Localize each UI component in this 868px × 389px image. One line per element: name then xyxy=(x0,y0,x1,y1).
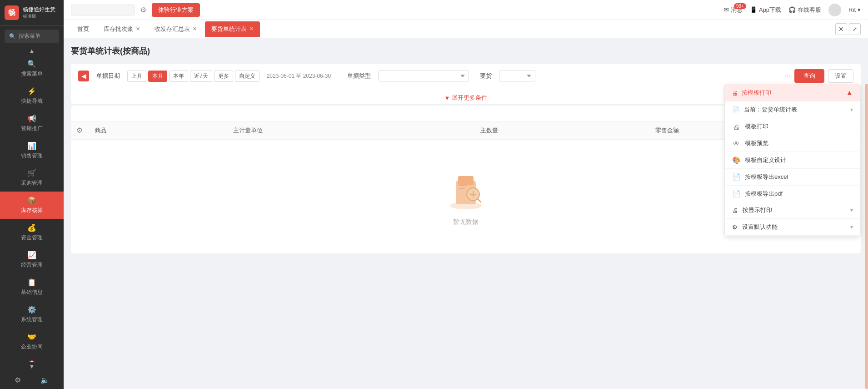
sidebar-item-purchase[interactable]: 🛒采购管理 xyxy=(0,164,64,192)
dropdown-item-export-pdf[interactable]: 📄按模板导出pdf xyxy=(725,186,860,202)
topbar-gear-icon[interactable]: ⚙ xyxy=(140,5,146,14)
display-print-icon: 🖨 xyxy=(732,207,738,214)
date-btn-更多[interactable]: 更多 xyxy=(214,71,233,82)
tab-要货单统计表[interactable]: 要货单统计表✕ xyxy=(205,21,260,37)
dropdown-item-template-design[interactable]: 🎨模板自定义设计 xyxy=(725,152,860,169)
online-service-button[interactable]: 🎧 在线客服 xyxy=(788,6,821,14)
sidebar-label-inventory: 库存核算 xyxy=(21,207,43,214)
user-name[interactable]: Rit ▾ xyxy=(848,6,861,13)
sidebar-item-finance[interactable]: 💰资金管理 xyxy=(0,219,64,246)
scroll-down-button[interactable]: ▼ xyxy=(0,362,64,371)
message-icon: ✉ xyxy=(724,6,729,13)
operations-icon: 📈 xyxy=(27,251,36,259)
yaohuodan-label: 要货 xyxy=(480,72,492,80)
more-options-icon[interactable]: ··· xyxy=(785,72,791,80)
column-settings-icon[interactable]: ⚙ xyxy=(76,126,83,134)
sidebar-nav: 🔍搜索菜单⚡快捷导航📢营销推广📊销售管理🛒采购管理📦库存核算💰资金管理📈经营管理… xyxy=(0,55,64,362)
system-icon: ⚙️ xyxy=(27,305,36,314)
current-template-icon: 📄 xyxy=(732,106,739,113)
date-label: 单据日期 xyxy=(96,72,120,80)
sidebar-label-operations: 经营管理 xyxy=(21,261,43,269)
app-download-button[interactable]: 📱 App下载 xyxy=(750,6,781,14)
dropdown-group-set-default[interactable]: ⚙设置默认功能▾ xyxy=(725,219,860,236)
user-avatar[interactable] xyxy=(828,4,841,16)
svg-rect-7 xyxy=(459,185,467,186)
tab-close-icon[interactable]: ✕ xyxy=(193,26,197,32)
yaohuodan-select[interactable] xyxy=(499,71,535,81)
dropdown-current-left: 📄 当前：要货单统计表 xyxy=(732,106,797,114)
search-icon: 🔍 xyxy=(9,33,16,40)
sidebar-item-collab[interactable]: 🤝企业协同 xyxy=(0,328,64,355)
tab-收发存汇总表[interactable]: 收发存汇总表✕ xyxy=(148,21,203,37)
dropdown-group-display-print[interactable]: 🖨按显示打印▾ xyxy=(725,202,860,219)
sidebar-logo: 畅 畅捷通好生意 标准版 xyxy=(0,0,64,26)
sidebar-item-system[interactable]: ⚙️系统管理 xyxy=(0,301,64,328)
date-buttons-group: 上月本月本年近7天更多自定义 xyxy=(127,71,259,82)
scroll-up-button[interactable]: ▲ xyxy=(0,46,64,55)
dropdown-header[interactable]: 🖨 按模板打印 ▲ xyxy=(725,84,860,101)
yaohuodan-select-wrapper xyxy=(499,71,535,81)
expand-tabs-button[interactable]: ⤢ xyxy=(849,23,861,35)
search-menu-button[interactable]: 🔍 搜索菜单 xyxy=(5,30,59,43)
volume-icon[interactable]: 🔈 xyxy=(40,376,50,384)
message-button[interactable]: ✉ 消息 99+ xyxy=(724,6,743,14)
service-icon: 🎧 xyxy=(788,6,796,13)
date-btn-本月[interactable]: 本月 xyxy=(148,71,167,82)
tab-库存批次账[interactable]: 库存批次账✕ xyxy=(97,21,146,37)
expand-conditions-button[interactable]: ▼ 展开更多条件 xyxy=(441,92,491,104)
date-btn-自定义[interactable]: 自定义 xyxy=(235,71,259,82)
sidebar-item-newbie[interactable]: 🎯新手引导 xyxy=(0,355,64,362)
topbar-right: ✉ 消息 99+ 📱 App下载 🎧 在线客服 Rit ▾ xyxy=(724,4,861,16)
content-area: 要货单统计表(按商品) ◀ 单据日期 上月本月本年近7天更多自定义 2023-0… xyxy=(64,38,868,389)
close-all-tabs-button[interactable]: ✕ xyxy=(835,23,847,35)
doc-type-select[interactable] xyxy=(378,71,469,81)
chevron-left-icon: ◀ xyxy=(81,72,86,80)
dropdown-current-template[interactable]: 📄 当前：要货单统计表 ▾ xyxy=(725,101,860,118)
tab-close-icon[interactable]: ✕ xyxy=(249,26,254,32)
search-icon: 🔍 xyxy=(27,60,36,68)
sidebar-item-basic[interactable]: 📋基础信息 xyxy=(0,273,64,301)
query-button[interactable]: 查询 xyxy=(794,69,824,83)
page-title: 要货单统计表(按商品) xyxy=(71,45,861,56)
resize-handle[interactable] xyxy=(865,84,868,389)
date-btn-上月[interactable]: 上月 xyxy=(127,71,146,82)
inventory-icon: 📦 xyxy=(27,196,36,205)
sidebar-label-purchase: 采购管理 xyxy=(21,179,43,187)
sidebar-item-operations[interactable]: 📈经营管理 xyxy=(0,246,64,273)
template-print-icon: 🖨 xyxy=(732,123,740,131)
sidebar: 畅 畅捷通好生意 标准版 🔍 搜索菜单 ▲ 🔍搜索菜单⚡快捷导航📢营销推广📊销售… xyxy=(0,0,64,389)
trial-button[interactable]: 体验行业方案 xyxy=(152,3,200,17)
settings-button[interactable]: 设置 xyxy=(828,69,853,83)
display-print-arrow-icon: ▾ xyxy=(850,207,853,213)
sidebar-item-sales[interactable]: 📊销售管理 xyxy=(0,137,64,164)
sidebar-label-shortcut: 快捷导航 xyxy=(21,97,43,105)
svg-rect-2 xyxy=(458,176,474,185)
date-btn-近7天[interactable]: 近7天 xyxy=(190,71,212,82)
sidebar-item-marketing[interactable]: 📢营销推广 xyxy=(0,110,64,137)
set-default-icon: ⚙ xyxy=(732,224,738,231)
empty-icon xyxy=(443,167,489,212)
set-default-arrow-icon: ▾ xyxy=(850,224,853,230)
filter-collapse-button[interactable]: ◀ xyxy=(78,71,89,81)
dropdown-item-template-print[interactable]: 🖨模板打印 xyxy=(725,118,860,135)
dropdown-item-export-excel[interactable]: 📄按模板导出excel xyxy=(725,169,860,186)
sidebar-label-search: 搜索菜单 xyxy=(21,70,43,78)
sidebar-search-area: 🔍 搜索菜单 xyxy=(0,26,64,46)
dropdown-close-icon[interactable]: ▲ xyxy=(846,89,853,97)
dropdown-item-template-preview[interactable]: 👁模板预览 xyxy=(725,135,860,152)
svg-line-4 xyxy=(477,198,481,202)
sidebar-item-shortcut[interactable]: ⚡快捷导航 xyxy=(0,82,64,110)
basic-icon: 📋 xyxy=(27,278,36,287)
empty-text: 暂无数据 xyxy=(453,218,479,226)
svg-rect-8 xyxy=(459,188,465,189)
app-icon: 📱 xyxy=(750,6,757,13)
settings-bottom-icon[interactable]: ⚙ xyxy=(15,376,21,384)
topbar-search-input[interactable] xyxy=(71,5,135,15)
tab-close-icon[interactable]: ✕ xyxy=(136,26,140,32)
sidebar-item-search[interactable]: 🔍搜索菜单 xyxy=(0,55,64,82)
th-product: 商品 xyxy=(89,121,228,140)
tab-首页[interactable]: 首页 xyxy=(71,21,95,37)
collab-icon: 🤝 xyxy=(27,333,36,341)
date-btn-本年[interactable]: 本年 xyxy=(169,71,188,82)
sidebar-item-inventory[interactable]: 📦库存核算 xyxy=(0,192,64,219)
